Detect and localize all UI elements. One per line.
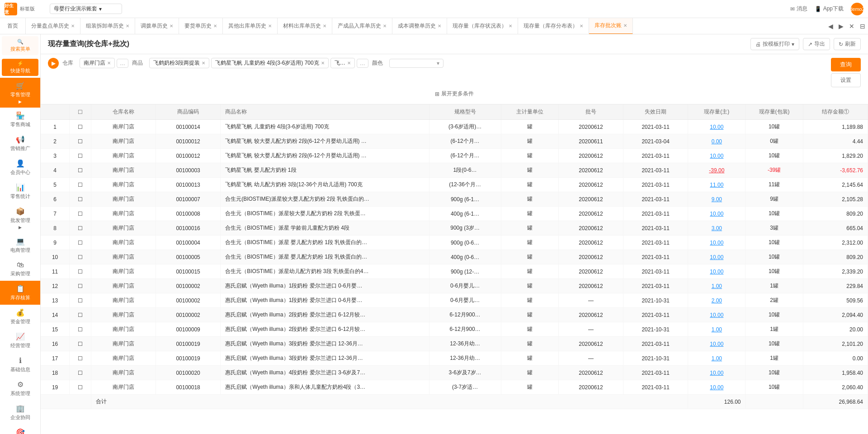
tab-close-pici[interactable]: ✕ [623,23,627,28]
tab-close-fenpan[interactable]: ✕ [71,24,75,28]
tab-close-qita[interactable]: ✕ [268,24,272,28]
sidebar-item-inventory[interactable]: 📋 库存核算 [0,281,40,305]
color-select[interactable]: ▾ [389,59,443,68]
tab-zuche[interactable]: 组装拆卸单历史 ✕ [80,18,135,34]
cell-stock-main[interactable]: 10.00 [688,236,745,250]
product-tag-3[interactable]: 飞… ✕ [330,58,355,68]
filter-toggle[interactable]: ▶ [48,58,59,69]
export-button[interactable]: ↗ 导出 [803,38,830,50]
tab-close-xianzaifenbu[interactable]: ✕ [580,24,583,28]
cell-stock-main[interactable]: 0.00 [688,134,745,149]
tab-chengpinru[interactable]: 产成品入库单历史 ✕ [332,18,392,34]
sidebar-item-nav[interactable]: ⚡ 快捷导航 [2,59,38,76]
tab-qita[interactable]: 其他出库单历史 ✕ [223,18,278,34]
product-more[interactable]: … [357,59,368,68]
settings-button[interactable]: 设置 [831,73,861,87]
sidebar-item-finance[interactable]: 💰 资金管理 [0,305,40,329]
query-button[interactable]: 查询 [831,58,861,71]
sidebar-item-retail[interactable]: 🛒 零售管理 ▶ [0,78,40,108]
cell-stock-main[interactable]: 10.00 [688,264,745,279]
sidebar-item-ecommerce[interactable]: 💻 电商管理 [0,233,40,257]
user-avatar[interactable]: demo2 [851,3,863,15]
th-checkbox[interactable]: ☐ [70,104,91,120]
cell-checkbox[interactable]: ☐ [70,250,91,264]
sidebar-item-member[interactable]: 👤 会员中心 [0,156,40,179]
tab-pici[interactable]: 库存批次账 ✕ [589,18,633,34]
messages-button[interactable]: ✉ 消息 [790,5,807,13]
tab-nav-menu[interactable]: ⊟ [857,23,868,30]
sidebar-item-marketing[interactable]: 📢 营销推广 [0,132,40,156]
warehouse-tag-close[interactable]: ✕ [107,61,111,66]
tab-close-cailiaochu[interactable]: ✕ [323,24,326,28]
cell-stock-main[interactable]: 1.00 [688,279,745,293]
cell-stock-main[interactable]: 10.00 [688,250,745,264]
cell-checkbox[interactable]: ☐ [70,178,91,192]
cell-checkbox[interactable]: ☐ [70,337,91,351]
cell-checkbox[interactable]: ☐ [70,192,91,207]
cell-checkbox[interactable]: ☐ [70,236,91,250]
tab-cailiaochu[interactable]: 材料出库单历史 ✕ [278,18,332,34]
cell-stock-main[interactable]: 10.00 [688,380,745,395]
product-tag-close-3[interactable]: ✕ [347,61,351,66]
sidebar-item-basic[interactable]: ℹ 基础信息 [0,353,40,377]
print-button[interactable]: 🖨 按模板打印 ▾ [750,38,799,50]
cell-checkbox[interactable]: ☐ [70,264,91,279]
cell-checkbox[interactable]: ☐ [70,163,91,178]
cell-stock-main[interactable]: 11.00 [688,178,745,192]
sidebar-item-retail-shop[interactable]: 🏪 零售商城 [0,108,40,132]
cell-stock-main[interactable]: 10.00 [688,120,745,134]
tab-tiaobo[interactable]: 调拨单历史 ✕ [135,18,179,34]
product-tag-close-2[interactable]: ✕ [321,61,325,66]
warehouse-more[interactable]: … [117,59,128,68]
tab-fenpan[interactable]: 分量盘点单历史 ✕ [26,18,80,34]
tab-nav-right[interactable]: ▶ [836,23,846,30]
tab-xianzaifen[interactable]: 现存量（库存状况表） ✕ [447,18,518,34]
tab-close-zuche[interactable]: ✕ [126,24,129,28]
product-tag-1[interactable]: 飞鹤奶粉3段两提装 ✕ [149,58,209,68]
sidebar-item-wholesale[interactable]: 📦 批发管理 ▶ [0,203,40,233]
cell-checkbox[interactable]: ☐ [70,149,91,163]
cell-checkbox[interactable]: ☐ [70,221,91,236]
refresh-button[interactable]: ↻ 刷新 [834,38,861,50]
tab-close-tiaobo[interactable]: ✕ [170,24,173,28]
cell-checkbox[interactable]: ☐ [70,134,91,149]
cell-checkbox[interactable]: ☐ [70,207,91,221]
cell-stock-main[interactable]: -39.00 [688,163,745,178]
cell-stock-main[interactable]: 1.00 [688,322,745,337]
cell-stock-main[interactable]: 10.00 [688,207,745,221]
company-selector[interactable]: 母婴行业演示账套 ▾ [50,4,122,14]
cell-checkbox[interactable]: ☐ [70,120,91,134]
tab-close-chengbentiao[interactable]: ✕ [438,24,441,28]
product-tag-2[interactable]: 飞鹤星飞帆 儿童奶粉 4段(3-6岁适用) 700克 ✕ [211,58,329,68]
cell-stock-main[interactable]: 9.00 [688,192,745,207]
cell-checkbox[interactable]: ☐ [70,308,91,322]
tab-close-xianzaifen[interactable]: ✕ [509,24,512,28]
cell-stock-main[interactable]: 10.00 [688,308,745,322]
tab-close-chengpinru[interactable]: ✕ [383,24,387,28]
app-download-button[interactable]: 📱 App下载 [815,5,844,13]
expand-conditions-button[interactable]: ⊞ 展开更多条件 [435,90,474,98]
cell-stock-main[interactable]: 3.00 [688,221,745,236]
sidebar-item-system[interactable]: ⚙ 系统管理 [0,377,40,401]
tab-close-yaohuo[interactable]: ✕ [213,24,217,28]
sidebar-item-search[interactable]: 🔍 搜索英单 [2,36,38,55]
cell-checkbox[interactable]: ☐ [70,351,91,366]
warehouse-tag-nanan[interactable]: 南岸门店 ✕ [80,58,115,68]
tab-yaohuo[interactable]: 要货单历史 ✕ [179,18,223,34]
tab-chengbentiao[interactable]: 成本调整单历史 ✕ [392,18,447,34]
cell-checkbox[interactable]: ☐ [70,366,91,380]
cell-checkbox[interactable]: ☐ [70,380,91,395]
cell-stock-main[interactable]: 10.00 [688,366,745,380]
tab-xianzaifenbu[interactable]: 现存量（库存分布表） ✕ [518,18,589,34]
sidebar-item-retail-stat[interactable]: 📊 零售统计 [0,179,40,203]
cell-checkbox[interactable]: ☐ [70,279,91,293]
sidebar-item-purchase[interactable]: 🛍 采购管理 [0,257,40,281]
sidebar-item-operation[interactable]: 📈 经营管理 [0,329,40,353]
tab-nav-close[interactable]: ✕ [846,23,857,30]
cell-checkbox[interactable]: ☐ [70,293,91,308]
tab-nav-left[interactable]: ◀ [826,23,836,30]
cell-stock-main[interactable]: 2.00 [688,293,745,308]
cell-stock-main[interactable]: 10.00 [688,149,745,163]
cell-stock-main[interactable]: 1.00 [688,351,745,366]
product-tag-close-1[interactable]: ✕ [202,61,205,66]
